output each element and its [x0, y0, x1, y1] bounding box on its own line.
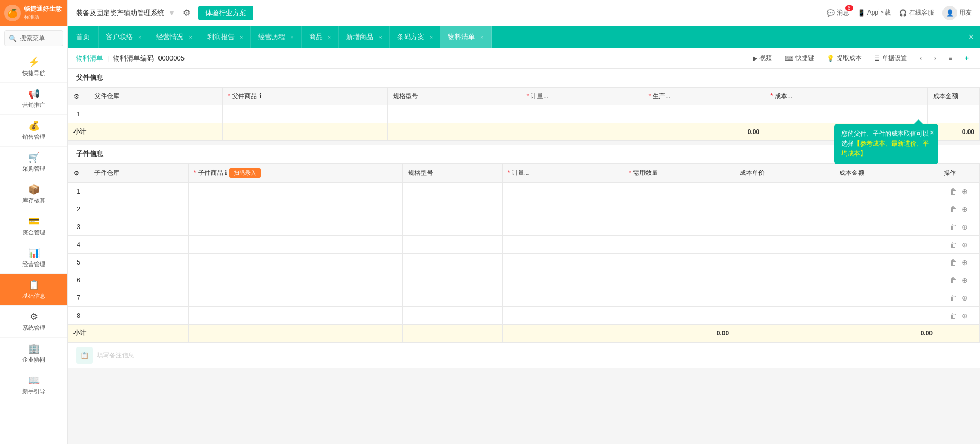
message-button[interactable]: 💬 消息 6 — [827, 8, 849, 17]
tab-bom[interactable]: 物料清单 × — [440, 26, 491, 48]
parent-unit-cell[interactable] — [521, 105, 643, 123]
child-qty-cell[interactable] — [623, 254, 734, 271]
child-spec-cell[interactable] — [403, 307, 503, 325]
extract-cost-button[interactable]: 💡 提取成本 — [824, 52, 865, 64]
user-menu[interactable]: 👤 用友 — [942, 6, 972, 20]
parent-production-cell[interactable] — [643, 105, 765, 123]
copy-row-button[interactable]: ⊕ — [962, 205, 968, 213]
tab-customer[interactable]: 客户联络 × — [99, 26, 149, 48]
nav-prev-button[interactable]: ‹ — [916, 53, 925, 64]
delete-row-button[interactable]: 🗑 — [950, 223, 957, 231]
sidebar-item-marketing[interactable]: 📢 营销推广 — [0, 83, 67, 115]
sidebar-item-inventory[interactable]: 📦 库存核算 — [0, 178, 67, 210]
child-qty-cell[interactable] — [623, 307, 734, 325]
child-unit-cell[interactable] — [502, 236, 593, 254]
tab-bom-close[interactable]: × — [480, 34, 483, 40]
child-product-cell[interactable] — [188, 218, 402, 236]
child-product-cell[interactable] — [188, 183, 402, 200]
sidebar-item-system[interactable]: ⚙ 系统管理 — [0, 306, 67, 338]
child-unit-cost-cell[interactable] — [734, 200, 834, 218]
nav-next-button[interactable]: › — [931, 53, 939, 64]
child-spec-cell[interactable] — [403, 218, 503, 236]
tab-profit-close[interactable]: × — [240, 34, 243, 40]
child-warehouse-cell[interactable] — [89, 236, 189, 254]
add-button[interactable]: + — [962, 53, 972, 64]
tab-home[interactable]: 首页 — [68, 26, 99, 48]
delete-row-button[interactable]: 🗑 — [950, 294, 957, 302]
child-qty-cell[interactable] — [623, 236, 734, 254]
note-icon-button[interactable]: 📋 — [76, 347, 93, 364]
tab-operations[interactable]: 经营情况 × — [149, 26, 200, 48]
child-unit-cell[interactable] — [502, 307, 593, 325]
child-unit-cell[interactable] — [502, 289, 593, 307]
child-unit-cost-cell[interactable] — [734, 307, 834, 325]
child-product-cell[interactable] — [188, 271, 402, 289]
copy-row-button[interactable]: ⊕ — [962, 258, 968, 267]
child-unit-cell[interactable] — [502, 183, 593, 200]
tab-profit[interactable]: 利润报告 × — [200, 26, 251, 48]
child-unit-cell[interactable] — [502, 271, 593, 289]
tab-products-close[interactable]: × — [328, 34, 331, 40]
child-spec-cell[interactable] — [403, 289, 503, 307]
sidebar-item-operations[interactable]: 📊 经营管理 — [0, 242, 67, 274]
tab-barcode-close[interactable]: × — [430, 34, 433, 40]
delete-row-button[interactable]: 🗑 — [950, 258, 957, 267]
sidebar-item-guide[interactable]: 📖 新手引导 — [0, 369, 67, 401]
sidebar-item-finance[interactable]: 💳 资金管理 — [0, 210, 67, 242]
shortcut-button[interactable]: ⌨ 快捷键 — [781, 52, 817, 64]
child-warehouse-cell[interactable] — [89, 307, 189, 325]
child-product-cell[interactable] — [188, 236, 402, 254]
child-warehouse-cell[interactable] — [89, 254, 189, 271]
delete-row-button[interactable]: 🗑 — [950, 276, 957, 284]
single-settings-button[interactable]: ☰ 单据设置 — [871, 52, 910, 64]
tab-barcode[interactable]: 条码方案 × — [390, 26, 440, 48]
copy-row-button[interactable]: ⊕ — [962, 241, 968, 249]
tab-new-products-close[interactable]: × — [378, 34, 382, 40]
delete-row-button[interactable]: 🗑 — [950, 205, 957, 213]
child-warehouse-cell[interactable] — [89, 289, 189, 307]
tab-operations-close[interactable]: × — [189, 34, 192, 40]
child-unit-cost-cell[interactable] — [734, 254, 834, 271]
child-spec-cell[interactable] — [403, 200, 503, 218]
list-view-button[interactable]: ≡ — [946, 53, 956, 64]
online-service-button[interactable]: 🎧 在线客服 — [899, 8, 934, 17]
child-qty-cell[interactable] — [623, 200, 734, 218]
child-product-cell[interactable] — [188, 307, 402, 325]
parent-warehouse-cell[interactable] — [89, 105, 223, 123]
delete-row-button[interactable]: 🗑 — [950, 241, 957, 249]
child-qty-cell[interactable] — [623, 183, 734, 200]
search-menu-button[interactable]: 🔍 搜索菜单 — [4, 30, 63, 46]
sidebar-item-quick-nav[interactable]: ⚡ 快捷导航 — [0, 51, 67, 83]
child-qty-cell[interactable] — [623, 218, 734, 236]
tab-history[interactable]: 经营历程 × — [251, 26, 301, 48]
parent-product-cell[interactable] — [223, 105, 388, 123]
app-download-button[interactable]: 📱 App下载 — [858, 8, 891, 17]
copy-row-button[interactable]: ⊕ — [962, 276, 968, 284]
copy-row-button[interactable]: ⊕ — [962, 311, 968, 320]
child-spec-cell[interactable] — [403, 236, 503, 254]
view-video-button[interactable]: ▶ 视频 — [750, 52, 775, 64]
tooltip-close-button[interactable]: × — [930, 127, 934, 138]
child-unit-cell[interactable] — [502, 254, 593, 271]
child-spec-cell[interactable] — [403, 271, 503, 289]
copy-row-button[interactable]: ⊕ — [962, 223, 968, 231]
sidebar-item-sales[interactable]: 💰 销售管理 — [0, 115, 67, 147]
child-warehouse-cell[interactable] — [89, 200, 189, 218]
child-unit-cost-cell[interactable] — [734, 289, 834, 307]
child-product-cell[interactable] — [188, 289, 402, 307]
breadcrumb-parent[interactable]: 物料清单 — [76, 54, 103, 63]
child-unit-cell[interactable] — [502, 200, 593, 218]
scan-input-button[interactable]: 扫码录入 — [229, 168, 261, 178]
child-unit-cell[interactable] — [502, 218, 593, 236]
child-warehouse-cell[interactable] — [89, 271, 189, 289]
tab-new-products[interactable]: 新增商品 × — [339, 26, 389, 48]
child-product-cell[interactable] — [188, 254, 402, 271]
child-product-cell[interactable] — [188, 200, 402, 218]
tab-customer-close[interactable]: × — [138, 34, 141, 40]
child-spec-cell[interactable] — [403, 254, 503, 271]
child-spec-cell[interactable] — [403, 183, 503, 200]
sidebar-item-enterprise[interactable]: 🏢 企业协同 — [0, 338, 67, 369]
child-unit-cost-cell[interactable] — [734, 236, 834, 254]
settings-button[interactable]: ⚙ — [179, 6, 194, 20]
copy-row-button[interactable]: ⊕ — [962, 187, 968, 196]
